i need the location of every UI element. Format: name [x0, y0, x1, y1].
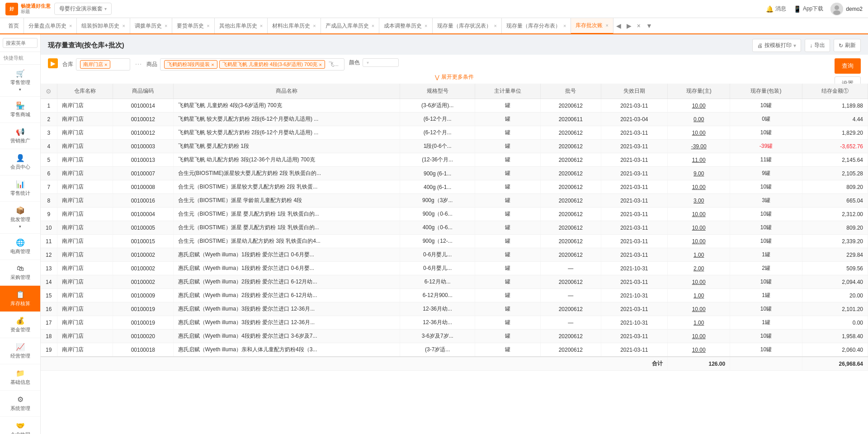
tab-cai-liao[interactable]: 材料出库单历史 ×	[268, 18, 321, 34]
tab-qi-ta-chu[interactable]: 其他出库单历史 ×	[215, 18, 268, 34]
tab-prev-btn[interactable]: ◀	[613, 18, 624, 34]
tab-chan-pin[interactable]: 产成品入库单历史 ×	[321, 18, 379, 34]
warehouse-tag-close-icon[interactable]: ×	[104, 62, 107, 67]
cell-stock-main[interactable]: 10.00	[668, 343, 730, 357]
query-btn[interactable]: 查询	[835, 58, 861, 74]
tab-home[interactable]: 首页	[4, 18, 24, 34]
cell-stock-main[interactable]: 10.00	[668, 180, 730, 194]
tab-close-icon[interactable]: ×	[372, 23, 374, 28]
cell-stock-main[interactable]: 11.00	[668, 153, 730, 167]
sidebar-item-stats[interactable]: 📊 零售统计	[0, 175, 40, 202]
cell-stock-main[interactable]: 1.00	[668, 316, 730, 330]
tab-close-icon[interactable]: ×	[313, 23, 316, 28]
cell-spec: 900g（0-6...	[400, 208, 475, 221]
cell-stock-main[interactable]: 10.00	[668, 208, 730, 221]
message-btn[interactable]: 🔔 消息	[766, 5, 786, 13]
tab-close-icon[interactable]: ×	[165, 23, 167, 28]
cell-name: 惠氏启赋（Wyeth illuma）1段奶粉 爱尔兰进口 0-6月婴...	[173, 248, 400, 262]
tab-close-icon[interactable]: ×	[494, 23, 497, 28]
tab-close-icon[interactable]: ×	[425, 23, 427, 28]
search-input[interactable]	[3, 38, 38, 48]
expand-more-btn[interactable]: ⋁ 展开更多条件	[48, 71, 861, 82]
cell-stock-main[interactable]: 10.00	[668, 221, 730, 235]
tab-xian-cun-ku[interactable]: 现存量（库存状况表） ×	[433, 18, 502, 34]
product-tag-2[interactable]: 飞鹤星飞帆 儿童奶粉 4段(3-6岁适用) 700克 ×	[219, 60, 325, 69]
sidebar-item-inventory[interactable]: 📋 库存核算	[0, 286, 40, 312]
cell-stock-main[interactable]: 10.00	[668, 275, 730, 289]
tab-ku-cun-pi[interactable]: 库存批次账 ×	[571, 18, 613, 34]
cell-stock-main[interactable]: 1.00	[668, 248, 730, 262]
tab-cheng-ben[interactable]: 成本调整单历史 ×	[379, 18, 432, 34]
cell-stock-main[interactable]: 3.00	[668, 194, 730, 208]
export-btn[interactable]: ↓ 导出	[805, 39, 830, 52]
cell-unit: 罐	[475, 99, 540, 113]
tab-xian-cun-fen[interactable]: 现存量（库存分布表） ×	[502, 18, 571, 34]
sidebar-item-wholesale[interactable]: 📦 批发管理 ▾	[0, 202, 40, 234]
cell-stock-main[interactable]: -39.00	[668, 140, 730, 153]
filter-more-dots[interactable]: …	[135, 58, 142, 66]
tab-tiao-bo[interactable]: 调拨单历史 ×	[130, 18, 172, 34]
tab-yao-huo[interactable]: 要货单历史 ×	[172, 18, 214, 34]
cell-stock-pkg: 10罐	[730, 343, 802, 357]
color-label: 颜色	[349, 59, 360, 66]
username[interactable]: demo2	[846, 6, 863, 12]
cell-batch: 20200612	[541, 343, 601, 357]
cell-stock-main[interactable]: 1.00	[668, 289, 730, 302]
tab-close-icon[interactable]: ×	[605, 23, 608, 28]
product-tag-group[interactable]: 飞鹤奶粉3段丙提装 × 飞鹤星飞帆 儿童奶粉 4段(3-6岁适用) 700克 ×…	[160, 58, 344, 71]
sidebar-item-basic[interactable]: 📁 基础信息	[0, 364, 40, 391]
tab-menu-btn[interactable]: ▼	[643, 18, 655, 34]
tab-close-icon[interactable]: ×	[260, 23, 263, 28]
cell-unit: 罐	[475, 208, 540, 221]
sidebar-item-finance[interactable]: 💰 资金管理	[0, 312, 40, 338]
cell-stock-main[interactable]: 10.00	[668, 235, 730, 248]
warehouse-tag-group[interactable]: 南岸门店 ×	[76, 58, 130, 71]
sidebar-item-corp[interactable]: 🤝 企业协同	[0, 417, 40, 434]
cell-stock-main[interactable]: 10.00	[668, 330, 730, 343]
cell-balance: 809.20	[802, 180, 868, 194]
sidebar-item-promo[interactable]: 📢 营销推广	[0, 123, 40, 149]
cell-stock-main[interactable]: 10.00	[668, 302, 730, 316]
tab-close-icon[interactable]: ×	[563, 23, 566, 28]
cell-seq: 18	[41, 330, 57, 343]
cell-stock-main[interactable]: 9.00	[668, 167, 730, 180]
basic-icon: 📁	[16, 369, 25, 377]
product-tag-1[interactable]: 飞鹤奶粉3段丙提装 ×	[164, 60, 217, 69]
cell-seq: 14	[41, 275, 57, 289]
sidebar-item-purchase[interactable]: 🛍 采购管理	[0, 260, 40, 286]
refresh-btn[interactable]: ↻ 刷新	[834, 39, 861, 52]
product-tag-1-close-icon[interactable]: ×	[211, 62, 214, 67]
filter-expand-btn[interactable]: ▶	[48, 58, 58, 68]
sidebar-item-ecommerce[interactable]: 🌐 电商管理	[0, 234, 40, 260]
col-gear[interactable]: ⚙	[41, 84, 57, 99]
product-tag-2-close-icon[interactable]: ×	[319, 62, 321, 67]
sidebar-item-shop[interactable]: 🏪 零售商城	[0, 97, 40, 123]
sidebar-item-system[interactable]: ⚙ 系统管理	[0, 391, 40, 417]
tab-close-all-btn[interactable]: ×	[634, 18, 643, 34]
app-download-btn[interactable]: 📱 App下载	[793, 5, 823, 13]
sidebar-item-operation[interactable]: 📈 经营管理	[0, 338, 40, 364]
store-selector[interactable]: 母婴行业演示账套 ▾	[54, 3, 112, 15]
tab-next-btn[interactable]: ▶	[624, 18, 634, 34]
tab-zu-chai[interactable]: 组装拆卸单历史 ×	[77, 18, 130, 34]
col-unit: 主计量单位	[475, 84, 540, 99]
cell-spec: (3-7岁适...	[400, 343, 475, 357]
table-row: 16 南岸门店 00100019 惠氏启赋（Wyeth illuma）3段奶粉 …	[41, 302, 868, 316]
color-filter-input[interactable]: ▾	[363, 58, 399, 67]
cell-stock-main[interactable]: 10.00	[668, 126, 730, 140]
warehouse-tag[interactable]: 南岸门店 ×	[80, 60, 110, 69]
product-more-dots[interactable]: 飞...	[327, 61, 340, 68]
tab-close-icon[interactable]: ×	[207, 23, 209, 28]
sidebar-nav-label[interactable]: 快捷导航	[0, 52, 40, 65]
cell-stock-main[interactable]: 2.00	[668, 262, 730, 275]
tab-fen-pan[interactable]: 分量盘点单历史 ×	[24, 18, 77, 34]
print-btn[interactable]: 🖨 按模板打印 ▾	[752, 39, 801, 52]
cell-stock-main[interactable]: 10.00	[668, 99, 730, 113]
tab-close-icon[interactable]: ×	[122, 23, 125, 28]
gear-icon[interactable]: ⚙	[46, 88, 52, 95]
sidebar-item-member[interactable]: 👤 会员中心	[0, 149, 40, 175]
tab-close-icon[interactable]: ×	[69, 23, 72, 28]
cell-stock-main[interactable]: 0.00	[668, 113, 730, 126]
sidebar-item-retail[interactable]: 🛒 零售管理 ▾	[0, 65, 40, 97]
cell-unit: 罐	[475, 289, 540, 302]
